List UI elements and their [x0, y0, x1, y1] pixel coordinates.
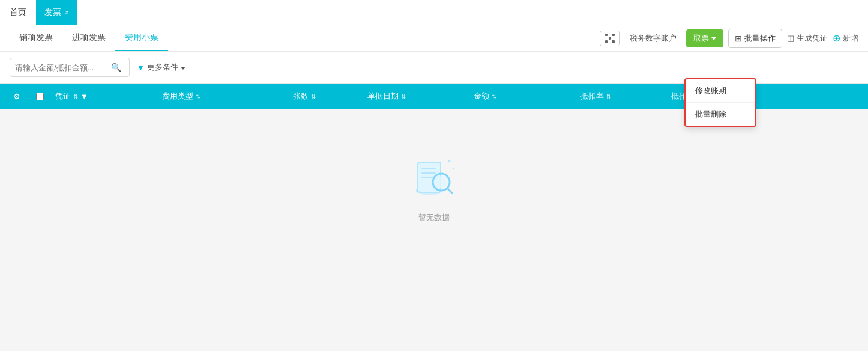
home-tab[interactable]: 首页: [0, 0, 36, 25]
svg-text:✦: ✦: [452, 167, 455, 171]
batch-ops-button[interactable]: ⊞ 批量操作: [728, 29, 782, 48]
add-new-button[interactable]: ⊕ 新增: [833, 32, 858, 44]
svg-point-7: [435, 176, 447, 188]
filter-icon: ▼: [137, 63, 145, 72]
qrcode-button[interactable]: [600, 31, 620, 46]
plus-icon: ⊕: [833, 32, 840, 44]
th-settings[interactable]: ⚙: [5, 92, 29, 101]
th-amount[interactable]: 金额 ⇅: [469, 91, 576, 102]
qr-icon: [605, 34, 615, 43]
more-filter-button[interactable]: ▼ 更多条件: [137, 62, 185, 73]
select-all-checkbox[interactable]: [36, 93, 44, 100]
empty-state: ✦ ✦ 暂无数据: [0, 109, 868, 247]
th-voucher[interactable]: 凭证 ⇅ ▼: [50, 91, 157, 102]
tab-sales-invoice[interactable]: 销项发票: [10, 25, 62, 51]
dropdown-batch-delete[interactable]: 批量删除: [686, 102, 755, 126]
th-count[interactable]: 张数 ⇅: [288, 91, 363, 102]
sort-date-icon: ⇅: [401, 93, 406, 100]
th-date[interactable]: 单据日期 ⇅: [363, 91, 469, 102]
search-icon[interactable]: 🔍: [111, 63, 121, 72]
th-deduct-rate[interactable]: 抵扣率 ⇅: [576, 91, 666, 102]
generate-voucher-button[interactable]: ◫ 生成凭证: [787, 33, 828, 44]
svg-line-8: [447, 188, 452, 193]
sort-amount-icon: ⇅: [492, 93, 496, 100]
sort-count-icon: ⇅: [311, 93, 316, 100]
sub-tabs-bar: 销项发票 进项发票 费用小票 税务数字账户 取票: [0, 25, 868, 52]
search-input-wrap: 🔍: [10, 58, 130, 77]
top-nav: 首页 发票 ×: [0, 0, 868, 25]
close-icon[interactable]: ×: [65, 8, 69, 17]
take-ticket-button[interactable]: 取票: [686, 29, 723, 47]
filter-voucher-icon: ▼: [80, 92, 88, 101]
page-wrapper: 首页 发票 × 销项发票 进项发票 费用小票: [0, 0, 868, 351]
th-expense-type[interactable]: 费用类型 ⇅: [157, 91, 288, 102]
settings-icon: ⚙: [13, 92, 20, 101]
th-checkbox[interactable]: [29, 93, 50, 100]
invoice-tab-label: 发票: [44, 7, 61, 18]
voucher-icon: ◫: [787, 34, 794, 43]
sub-tabs-left: 销项发票 进项发票 费用小票: [10, 25, 168, 51]
dropdown-modify-period[interactable]: 修改账期: [686, 79, 755, 102]
empty-state-text: 暂无数据: [418, 212, 450, 223]
empty-state-illustration: ✦ ✦: [404, 145, 464, 205]
tab-expense-receipt[interactable]: 费用小票: [115, 25, 168, 51]
batch-ops-dropdown: 修改账期 批量删除: [684, 78, 756, 127]
sort-deduct-rate-icon: ⇅: [606, 93, 611, 100]
sub-tabs-right: 税务数字账户 取票 ⊞ 批量操作 ◫ 生成凭证 ⊕ 新增: [600, 29, 858, 48]
sort-voucher-icon: ⇅: [73, 93, 78, 100]
tab-income-invoice[interactable]: 进项发票: [62, 25, 115, 51]
tax-account-button[interactable]: 税务数字账户: [625, 31, 681, 46]
filter-chevron-icon: [181, 63, 185, 72]
svg-text:✦: ✦: [447, 159, 451, 164]
chevron-down-icon: [711, 34, 716, 43]
sort-expense-icon: ⇅: [196, 93, 200, 100]
invoice-tab[interactable]: 发票 ×: [36, 0, 77, 25]
search-input[interactable]: [15, 63, 111, 72]
batch-ops-icon: ⊞: [735, 34, 742, 43]
